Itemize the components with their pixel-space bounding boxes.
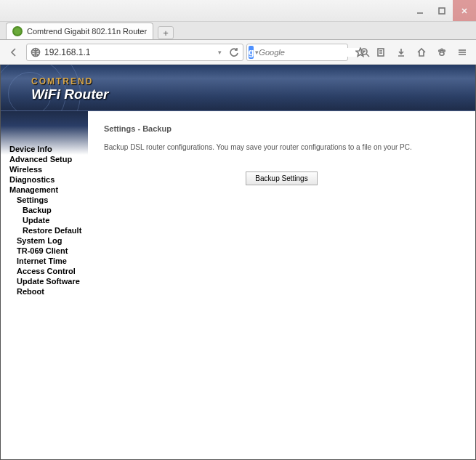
paw-icon: [437, 47, 447, 57]
page: COMTREND WiFi Router Device InfoAdvanced…: [0, 65, 476, 460]
svg-rect-7: [378, 49, 384, 56]
sidebar-item[interactable]: Management: [1, 185, 88, 195]
tab-title: Comtrend Gigabit 802.11n Router: [27, 27, 147, 36]
brand-name: COMTREND: [31, 76, 108, 86]
google-icon: g: [249, 46, 254, 59]
home-icon: [416, 47, 427, 57]
brand-product: WiFi Router: [31, 86, 108, 102]
reload-button[interactable]: [225, 47, 243, 57]
sidebar-item[interactable]: Wireless: [1, 164, 88, 174]
download-icon: [396, 47, 406, 57]
plus-icon: +: [163, 28, 169, 39]
maximize-icon: [438, 7, 445, 15]
tab-favicon: [12, 26, 23, 36]
svg-rect-1: [439, 8, 445, 14]
menu-button[interactable]: [453, 43, 472, 62]
brand-block: COMTREND WiFi Router: [31, 76, 108, 102]
sidebar-item[interactable]: Reboot: [1, 286, 88, 296]
url-box[interactable]: ▾: [26, 44, 243, 61]
minimize-button[interactable]: [409, 0, 431, 21]
globe-icon: [27, 47, 44, 57]
browser-tab[interactable]: Comtrend Gigabit 802.11n Router: [6, 23, 153, 39]
sidebar-item[interactable]: Device Info: [1, 144, 88, 154]
content-area: Settings - Backup Backup DSL router conf…: [88, 111, 475, 459]
router-body: Device InfoAdvanced SetupWirelessDiagnos…: [1, 111, 475, 459]
backup-settings-button[interactable]: Backup Settings: [246, 172, 317, 185]
url-dropdown-icon[interactable]: ▾: [214, 49, 225, 56]
back-icon: [8, 47, 20, 58]
close-button[interactable]: [453, 0, 476, 21]
sidebar-item[interactable]: Access Control: [1, 266, 88, 276]
sidebar-item[interactable]: TR-069 Client: [1, 246, 88, 256]
back-button[interactable]: [4, 43, 23, 62]
window-controls: [409, 0, 476, 21]
downloads-button[interactable]: [392, 43, 411, 62]
sidebar-item[interactable]: Advanced Setup: [1, 154, 88, 164]
sidebar-item[interactable]: Internet Time: [1, 256, 88, 266]
sidebar-item[interactable]: Settings: [1, 195, 88, 205]
addon-button[interactable]: [432, 43, 451, 62]
svg-point-10: [439, 49, 441, 52]
sidebar-item[interactable]: Restore Default: [1, 225, 88, 235]
new-tab-button[interactable]: +: [158, 26, 174, 39]
tab-strip: Comtrend Gigabit 802.11n Router +: [0, 22, 476, 40]
svg-point-12: [443, 49, 445, 52]
nav-toolbar: ▾ g ▾: [0, 40, 476, 65]
bookmark-button[interactable]: [351, 43, 370, 62]
page-description: Backup DSL router configurations. You ma…: [104, 143, 459, 151]
sidebar-item[interactable]: Backup: [1, 205, 88, 215]
window-titlebar: [0, 0, 476, 22]
page-heading: Settings - Backup: [104, 124, 459, 133]
sidebar: Device InfoAdvanced SetupWirelessDiagnos…: [1, 111, 88, 459]
svg-point-13: [440, 52, 444, 55]
sidebar-item[interactable]: Diagnostics: [1, 174, 88, 185]
library-button[interactable]: [371, 43, 390, 62]
sidebar-item[interactable]: Update: [1, 215, 88, 225]
sidebar-item[interactable]: System Log: [1, 235, 88, 246]
menu-icon: [457, 47, 467, 57]
minimize-icon: [416, 7, 424, 15]
url-input[interactable]: [44, 47, 214, 57]
clipboard-icon: [376, 47, 386, 57]
maximize-button[interactable]: [431, 0, 453, 21]
sidebar-item[interactable]: Update Software: [1, 276, 88, 286]
star-icon: [355, 47, 366, 57]
router-banner: COMTREND WiFi Router: [1, 65, 475, 111]
reload-icon: [229, 47, 239, 57]
home-button[interactable]: [412, 43, 431, 62]
search-box[interactable]: g ▾: [246, 44, 348, 61]
close-icon: [461, 7, 468, 15]
svg-point-11: [441, 49, 443, 51]
search-input[interactable]: [259, 48, 360, 57]
toolbar-icons: [351, 43, 472, 62]
